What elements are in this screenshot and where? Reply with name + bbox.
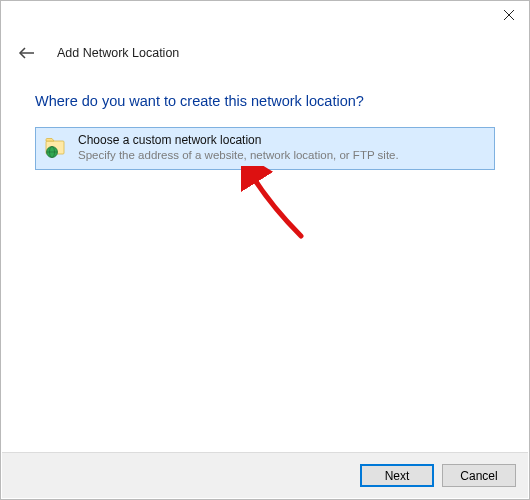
back-arrow-icon [18,46,36,60]
close-icon [503,9,515,21]
option-text: Choose a custom network location Specify… [78,133,399,162]
titlebar [1,1,529,35]
back-button[interactable] [15,41,39,65]
header: Add Network Location [1,35,529,67]
cancel-button[interactable]: Cancel [442,464,516,487]
option-custom-location[interactable]: Choose a custom network location Specify… [35,127,495,170]
annotation-arrow-icon [241,166,311,244]
page-heading: Where do you want to create this network… [35,93,495,109]
option-description: Specify the address of a website, networ… [78,148,399,162]
close-button[interactable] [489,1,529,29]
folder-globe-icon [44,135,68,163]
option-title: Choose a custom network location [78,133,399,148]
wizard-title: Add Network Location [57,46,179,60]
content-area: Where do you want to create this network… [1,67,529,170]
wizard-window: Add Network Location Where do you want t… [0,0,530,500]
next-button[interactable]: Next [360,464,434,487]
footer: Next Cancel [2,452,528,498]
